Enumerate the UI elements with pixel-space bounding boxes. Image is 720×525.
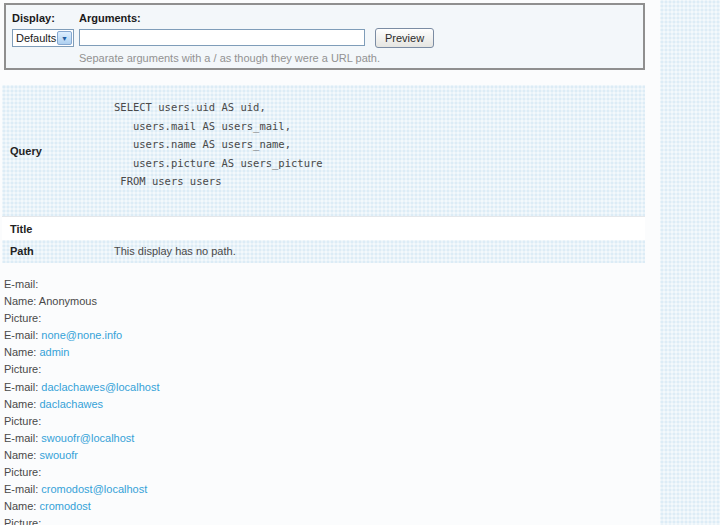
field-label: Name: — [4, 346, 36, 358]
field-label: E-mail: — [4, 432, 38, 444]
field-label: Picture: — [4, 312, 41, 324]
arguments-label: Arguments: — [79, 12, 643, 24]
user-name-link[interactable]: daclachawes — [39, 398, 103, 410]
field-name: Name: swouofr — [4, 447, 648, 464]
field-label: Name: — [4, 500, 36, 512]
field-label: E-mail: — [4, 278, 38, 290]
field-email: E-mail: none@none.info — [4, 327, 648, 344]
field-picture: Picture: — [4, 310, 648, 327]
right-sidebar-band — [660, 0, 720, 525]
user-row: E-mail: swouofr@localhostName: swouofrPi… — [4, 430, 648, 481]
user-list: E-mail:Name: AnonymousPicture:E-mail: no… — [4, 276, 648, 525]
field-picture: Picture: — [4, 515, 648, 525]
field-label: Picture: — [4, 363, 41, 375]
field-label: Name: — [4, 449, 36, 461]
user-name-link[interactable]: cromodost — [39, 500, 90, 512]
user-name-link[interactable]: admin — [39, 346, 69, 358]
field-label: Picture: — [4, 466, 41, 478]
title-row: Title — [2, 216, 645, 240]
field-email: E-mail: daclachawes@localhost — [4, 379, 648, 396]
user-name-text: Anonymous — [39, 295, 97, 307]
display-select[interactable]: Defaults ▼ — [12, 29, 74, 47]
user-row: E-mail:Name: AnonymousPicture: — [4, 276, 648, 327]
preview-table: Query SELECT users.uid AS uid, users.mai… — [2, 85, 645, 263]
title-row-label: Title — [2, 217, 114, 240]
field-label: Name: — [4, 398, 36, 410]
field-label: E-mail: — [4, 329, 38, 341]
arguments-help-text: Separate arguments with a / as though th… — [79, 52, 643, 64]
chevron-down-icon[interactable]: ▼ — [57, 31, 72, 45]
field-label: Name: — [4, 295, 36, 307]
display-select-value: Defaults — [16, 32, 56, 44]
main-content: Display: Defaults ▼ Arguments: Preview S… — [0, 0, 648, 525]
preview-button[interactable]: Preview — [375, 28, 434, 48]
query-row-label: Query — [2, 85, 114, 216]
user-row: E-mail: cromodost@localhostName: cromodo… — [4, 481, 648, 525]
path-row-value: This display has no path. — [114, 240, 236, 263]
display-label: Display: — [12, 12, 79, 24]
field-name: Name: Anonymous — [4, 293, 648, 310]
display-group: Display: Defaults ▼ — [12, 12, 79, 68]
preview-controls-fieldset: Display: Defaults ▼ Arguments: Preview S… — [4, 3, 645, 70]
user-email-link[interactable]: daclachawes@localhost — [41, 381, 159, 393]
query-sql: SELECT users.uid AS uid, users.mail AS u… — [114, 85, 323, 216]
field-picture: Picture: — [4, 361, 648, 378]
field-name: Name: daclachawes — [4, 396, 648, 413]
user-email-link[interactable]: none@none.info — [41, 329, 122, 341]
field-email: E-mail: — [4, 276, 648, 293]
field-name: Name: cromodost — [4, 498, 648, 515]
user-name-link[interactable]: swouofr — [39, 449, 78, 461]
field-picture: Picture: — [4, 464, 648, 481]
field-email: E-mail: swouofr@localhost — [4, 430, 648, 447]
user-row: E-mail: none@none.infoName: adminPicture… — [4, 327, 648, 378]
field-label: Picture: — [4, 517, 41, 525]
field-picture: Picture: — [4, 413, 648, 430]
field-label: E-mail: — [4, 483, 38, 495]
path-row: Path This display has no path. — [2, 240, 645, 263]
user-email-link[interactable]: cromodost@localhost — [41, 483, 147, 495]
field-email: E-mail: cromodost@localhost — [4, 481, 648, 498]
query-row: Query SELECT users.uid AS uid, users.mai… — [2, 85, 645, 216]
field-name: Name: admin — [4, 344, 648, 361]
arguments-group: Arguments: Preview Separate arguments wi… — [79, 12, 643, 68]
arguments-input[interactable] — [79, 29, 365, 46]
field-label: Picture: — [4, 415, 41, 427]
field-label: E-mail: — [4, 381, 38, 393]
path-row-label: Path — [2, 240, 114, 263]
user-row: E-mail: daclachawes@localhostName: dacla… — [4, 379, 648, 430]
user-email-link[interactable]: swouofr@localhost — [41, 432, 134, 444]
